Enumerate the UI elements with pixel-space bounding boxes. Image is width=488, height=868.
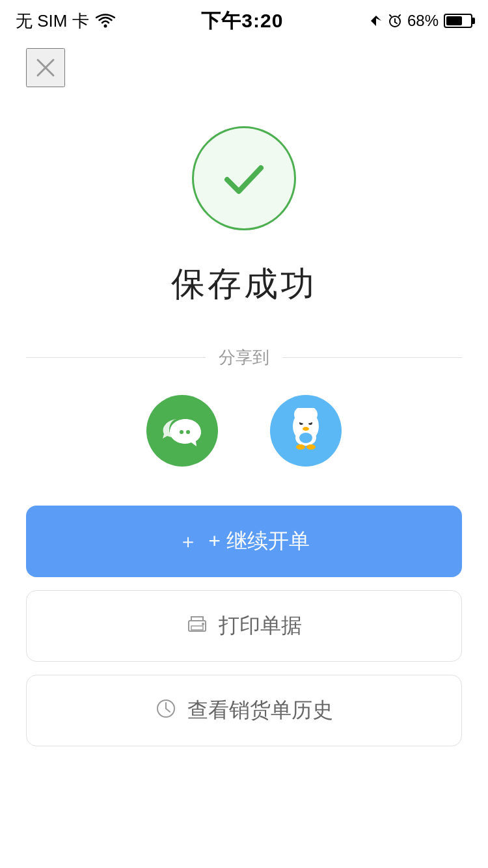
- svg-point-21: [306, 444, 316, 450]
- svg-point-9: [180, 430, 183, 434]
- status-bar: 无 SIM 卡 下午3:20 68%: [0, 0, 488, 42]
- svg-point-10: [186, 430, 190, 434]
- history-button[interactable]: 查看销货单历史: [26, 675, 462, 746]
- status-time: 下午3:20: [201, 8, 283, 34]
- svg-point-24: [202, 623, 204, 625]
- alarm-icon: [388, 14, 402, 28]
- battery-icon-container: [444, 14, 472, 28]
- close-icon: [35, 57, 56, 78]
- battery-icon: [444, 14, 472, 28]
- svg-line-4: [390, 15, 391, 16]
- divider-right: [282, 357, 462, 358]
- print-button[interactable]: 打印单据: [26, 590, 462, 662]
- svg-rect-23: [191, 626, 203, 630]
- history-label: 查看销货单历史: [187, 696, 333, 725]
- share-divider: 分享到: [26, 346, 462, 369]
- svg-point-20: [296, 444, 305, 450]
- svg-point-18: [303, 427, 309, 431]
- action-buttons: ＋ + 继续开单 打印单据 查看销货单历: [26, 506, 462, 746]
- qq-share-button[interactable]: [270, 395, 342, 467]
- qq-icon: [286, 408, 325, 454]
- status-right: 68%: [370, 12, 472, 30]
- svg-line-3: [395, 22, 397, 23]
- print-icon: [186, 613, 208, 640]
- battery-percent: 68%: [407, 12, 439, 30]
- success-circle: [192, 126, 296, 230]
- wifi-icon: [96, 14, 115, 28]
- share-icons-container: [146, 395, 342, 467]
- share-label: 分享到: [219, 346, 269, 369]
- print-label: 打印单据: [219, 612, 302, 640]
- continue-button[interactable]: ＋ + 继续开单: [26, 506, 462, 577]
- share-section: 分享到: [26, 346, 462, 467]
- history-icon: [155, 698, 177, 724]
- checkmark-icon: [218, 152, 270, 204]
- svg-line-5: [399, 15, 400, 16]
- sim-label: 无 SIM 卡: [16, 10, 89, 33]
- svg-point-0: [103, 25, 107, 28]
- continue-label: + 继续开单: [208, 527, 310, 556]
- success-title: 保存成功: [171, 262, 317, 307]
- location-icon: [370, 14, 383, 27]
- close-button[interactable]: [26, 48, 65, 87]
- divider-left: [26, 357, 206, 358]
- status-left: 无 SIM 卡: [16, 10, 115, 33]
- wechat-icon: [161, 413, 204, 449]
- battery-fill: [446, 16, 462, 25]
- wechat-share-button[interactable]: [146, 395, 218, 467]
- main-content: 保存成功 分享到: [0, 42, 488, 868]
- svg-point-13: [299, 433, 312, 443]
- plus-icon: ＋: [178, 528, 198, 555]
